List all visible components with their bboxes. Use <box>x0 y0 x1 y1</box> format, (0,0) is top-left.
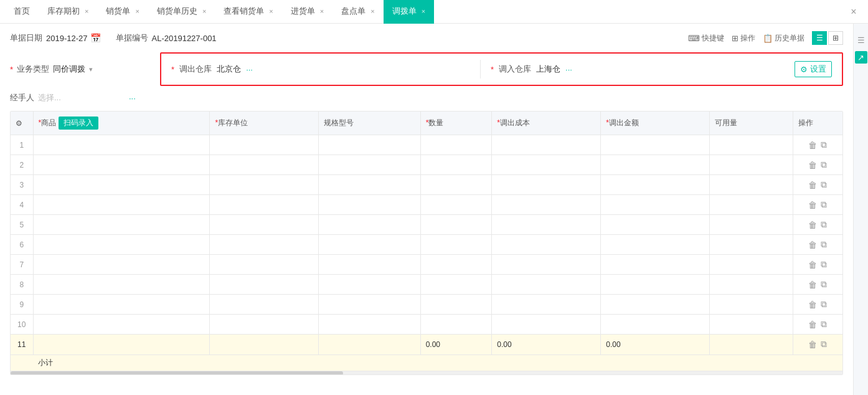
form-row-2: 经手人 选择... ··· <box>10 92 843 103</box>
delete-icon-8[interactable]: 🗑 <box>808 280 817 290</box>
tab-close-inventory-check[interactable]: × <box>370 7 374 15</box>
cell-qty-1[interactable] <box>420 135 492 155</box>
business-type-field: * 业务类型 同价调拨 ▾ <box>10 64 140 75</box>
subtotal-cost: 0.00 <box>492 335 601 355</box>
col-product: *商品 扫码录入 <box>33 112 210 135</box>
copy-icon-3[interactable]: ⧉ <box>821 179 827 190</box>
copy-icon-9[interactable]: ⧉ <box>821 299 827 310</box>
history-action[interactable]: 📋 历史单据 <box>763 33 804 44</box>
subtotal-label <box>33 335 210 355</box>
cell-ops-1: 🗑 ⧉ <box>793 135 842 155</box>
delete-icon-7[interactable]: 🗑 <box>808 260 817 270</box>
table-header-row: ⚙ *商品 扫码录入 *库存单位 规格型号 *数量 *调出成本 *调出金额 可用… <box>11 112 842 135</box>
table-row: 3 🗑⧉ <box>11 175 842 195</box>
delete-icon-3[interactable]: 🗑 <box>808 180 817 190</box>
handler-select[interactable]: 选择... <box>38 92 125 103</box>
col-cost: *调出成本 <box>492 112 601 135</box>
delete-icon-4[interactable]: 🗑 <box>808 200 817 210</box>
history-icon: 📋 <box>763 34 773 43</box>
shortcut-icon: ⌨ <box>688 34 700 43</box>
tab-bar: 首页 库存期初 × 销货单 × 销货单历史 × 查看销货单 × 进货单 × 盘点… <box>0 0 868 24</box>
cell-unit-1[interactable] <box>210 135 319 155</box>
copy-icon-4[interactable]: ⧉ <box>821 199 827 210</box>
date-value: 2019-12-27 📅 <box>46 33 101 43</box>
table-row: 8 🗑⧉ <box>11 275 842 295</box>
warehouse-in-more-button[interactable]: ··· <box>565 65 572 74</box>
business-type-arrow-icon: ▾ <box>89 65 93 74</box>
copy-icon-8[interactable]: ⧉ <box>821 279 827 290</box>
copy-icon-1[interactable]: ⧉ <box>821 140 827 150</box>
copy-icon-2[interactable]: ⧉ <box>821 159 827 170</box>
cell-cost-1[interactable] <box>492 135 601 155</box>
tab-inventory-check[interactable]: 盘点单 × <box>333 0 383 24</box>
delete-icon-5[interactable]: 🗑 <box>808 220 817 230</box>
tab-close-sales-history[interactable]: × <box>202 7 206 15</box>
delete-icon-10[interactable]: 🗑 <box>808 320 817 330</box>
handler-more-button[interactable]: ··· <box>129 93 136 103</box>
cell-spec-1[interactable] <box>319 135 420 155</box>
col-ops: 操作 <box>793 112 842 135</box>
data-table: ⚙ *商品 扫码录入 *库存单位 规格型号 *数量 *调出成本 *调出金额 可用… <box>11 112 842 355</box>
copy-icon-5[interactable]: ⧉ <box>821 219 827 230</box>
tab-home[interactable]: 首页 <box>5 0 39 24</box>
col-qty: *数量 <box>420 112 492 135</box>
warehouse-out-field: * 调出仓库 北京仓 ··· <box>171 64 470 75</box>
row-num-1: 1 <box>11 135 33 155</box>
tab-purchase-order[interactable]: 进货单 × <box>282 0 333 24</box>
tab-sales-order[interactable]: 销货单 × <box>97 0 148 24</box>
business-type-label: 业务类型 <box>17 64 49 75</box>
sidebar-list-icon[interactable]: ☰ <box>855 34 867 46</box>
scan-button[interactable]: 扫码录入 <box>59 117 98 130</box>
table-row: 6 🗑⧉ <box>11 235 842 255</box>
tab-view-sales[interactable]: 查看销货单 × <box>215 0 281 24</box>
handler-field: 经手人 选择... ··· <box>10 92 136 103</box>
number-field-group: 单据编号 AL-20191227-001 <box>116 32 217 44</box>
warehouse-settings-button[interactable]: ⚙ 设置 <box>795 61 832 77</box>
copy-icon-10[interactable]: ⧉ <box>821 319 827 330</box>
operations-icon: ⊞ <box>732 34 738 43</box>
list-view-button[interactable]: ☰ <box>812 31 827 45</box>
data-table-container: ⚙ *商品 扫码录入 *库存单位 规格型号 *数量 *调出成本 *调出金额 可用… <box>10 111 843 375</box>
table-row: 7 🗑⧉ <box>11 255 842 275</box>
date-label: 单据日期 <box>10 32 42 44</box>
warehouse-in-value: 上海仓 <box>536 64 560 75</box>
copy-icon-7[interactable]: ⧉ <box>821 259 827 270</box>
delete-icon-1[interactable]: 🗑 <box>808 140 817 150</box>
tab-sales-history[interactable]: 销货单历史 × <box>148 0 215 24</box>
warehouse-out-more-button[interactable]: ··· <box>246 65 253 74</box>
scroll-thumb[interactable] <box>11 371 343 375</box>
col-spec: 规格型号 <box>319 112 420 135</box>
col-unit: *库存单位 <box>210 112 319 135</box>
subtotal-footer: 小计 <box>11 355 842 371</box>
header-row: 单据日期 2019-12-27 📅 单据编号 AL-20191227-001 ⌨… <box>10 31 843 45</box>
cell-amount-1[interactable] <box>601 135 710 155</box>
copy-icon-11[interactable]: ⧉ <box>821 339 827 350</box>
shortcut-action[interactable]: ⌨ 快捷键 <box>688 33 724 44</box>
col-amount: *调出金额 <box>601 112 710 135</box>
col-gear[interactable]: ⚙ <box>11 112 33 135</box>
tab-inventory-init[interactable]: 库存期初 × <box>39 0 97 24</box>
cell-product-1[interactable] <box>33 135 210 155</box>
sidebar-export-icon[interactable]: ↗ <box>855 51 867 64</box>
tab-close-purchase-order[interactable]: × <box>320 7 324 15</box>
delete-icon-9[interactable]: 🗑 <box>808 300 817 310</box>
window-close-button[interactable]: × <box>844 2 863 21</box>
warehouse-box: * 调出仓库 北京仓 ··· * 调入仓库 上海仓 ··· ⚙ 设置 <box>160 52 843 86</box>
horizontal-scrollbar[interactable] <box>11 371 842 374</box>
calendar-icon[interactable]: 📅 <box>90 33 101 43</box>
content-area: 单据日期 2019-12-27 📅 单据编号 AL-20191227-001 ⌨… <box>0 24 853 383</box>
tab-close-inventory-init[interactable]: × <box>85 7 88 15</box>
business-type-select[interactable]: 同价调拨 ▾ <box>53 64 140 75</box>
delete-icon-2[interactable]: 🗑 <box>808 160 817 170</box>
handler-label: 经手人 <box>10 92 34 103</box>
warehouse-out-label: 调出仓库 <box>179 64 212 75</box>
delete-icon-6[interactable]: 🗑 <box>808 240 817 250</box>
copy-icon-6[interactable]: ⧉ <box>821 239 827 250</box>
grid-view-button[interactable]: ⊞ <box>828 31 843 45</box>
tab-close-sales-order[interactable]: × <box>135 7 139 15</box>
tab-close-view-sales[interactable]: × <box>269 7 273 15</box>
delete-icon-11[interactable]: 🗑 <box>808 340 817 350</box>
tab-close-transfer[interactable]: × <box>422 7 425 15</box>
tab-transfer[interactable]: 调拨单 × <box>384 0 434 24</box>
operations-action[interactable]: ⊞ 操作 <box>732 33 755 44</box>
